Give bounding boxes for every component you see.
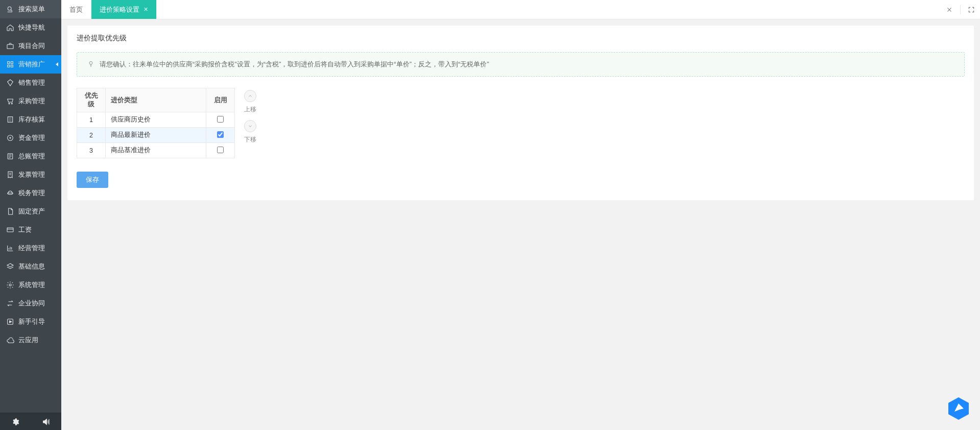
table-row[interactable]: 3商品基准进价 xyxy=(77,143,235,158)
ledger-icon xyxy=(6,152,14,160)
cell-priority: 1 xyxy=(77,112,106,128)
exchange-icon xyxy=(6,299,14,307)
cart-icon xyxy=(6,97,14,105)
sidebar-item-0[interactable]: 搜索菜单 xyxy=(0,0,61,18)
chart-icon xyxy=(6,244,14,252)
sidebar-item-13[interactable]: 经营管理 xyxy=(0,239,61,257)
sidebar-item-10[interactable]: 税务管理 xyxy=(0,184,61,202)
cell-priority: 2 xyxy=(77,128,106,143)
sidebar-item-9[interactable]: 发票管理 xyxy=(0,165,61,184)
cloud-icon xyxy=(6,336,14,344)
cell-type: 商品最新进价 xyxy=(106,128,206,143)
cell-enabled xyxy=(206,143,235,158)
info-tip: 请您确认：往来单位中的供应商“采购报价含税”设置，为“含税”，取到进价后将自动带… xyxy=(77,52,965,77)
sidebar-item-2[interactable]: 项目合同 xyxy=(0,37,61,55)
sidebar-item-label: 系统管理 xyxy=(18,280,45,290)
table-zone: 优先级 进价类型 启用 1供应商历史价2商品最新进价3商品基准进价 上移 xyxy=(77,88,965,158)
sidebar-item-label: 企业协同 xyxy=(18,299,45,308)
table-row[interactable]: 1供应商历史价 xyxy=(77,112,235,128)
sidebar-item-18[interactable]: 云应用 xyxy=(0,331,61,349)
close-tab-button[interactable] xyxy=(944,4,955,15)
sidebar-item-4[interactable]: 销售管理 xyxy=(0,74,61,92)
sidebar-item-8[interactable]: 总账管理 xyxy=(0,147,61,165)
separator xyxy=(960,5,961,14)
col-type: 进价类型 xyxy=(106,88,206,112)
move-down-button[interactable] xyxy=(244,120,256,132)
sidebar-item-label: 基础信息 xyxy=(18,262,45,271)
svg-rect-3 xyxy=(11,62,13,64)
sidebar: 搜索菜单快捷导航项目合同营销推广销售管理采购管理库存核算资金管理总账管理发票管理… xyxy=(0,0,61,430)
col-enabled: 启用 xyxy=(206,88,235,112)
sidebar-item-14[interactable]: 基础信息 xyxy=(0,257,61,276)
tab-0[interactable]: 首页 xyxy=(61,0,91,19)
sidebar-item-label: 新手引导 xyxy=(18,317,45,326)
sidebar-item-label: 销售管理 xyxy=(18,78,45,87)
main: 首页进价策略设置✕ 进价提取优先级 请您确认：往来单位中的供应商“采购报价含税”… xyxy=(61,0,980,430)
sidebar-item-16[interactable]: 企业协同 xyxy=(0,294,61,313)
grid-icon xyxy=(6,60,14,68)
content-scroll[interactable]: 进价提取优先级 请您确认：往来单位中的供应商“采购报价含税”设置，为“含税”，取… xyxy=(61,19,980,430)
svg-rect-2 xyxy=(8,62,10,64)
sidebar-item-15[interactable]: 系统管理 xyxy=(0,276,61,294)
svg-rect-1 xyxy=(7,44,13,49)
sidebar-item-3[interactable]: 营销推广 xyxy=(0,55,61,74)
cell-type: 供应商历史价 xyxy=(106,112,206,128)
svg-rect-5 xyxy=(11,65,13,67)
close-icon[interactable]: ✕ xyxy=(144,6,148,13)
tabbar-actions xyxy=(944,0,977,19)
sidebar-item-1[interactable]: 快捷导航 xyxy=(0,18,61,37)
sidebar-item-label: 营销推广 xyxy=(18,60,45,69)
sidebar-footer xyxy=(0,413,61,430)
sidebar-item-5[interactable]: 采购管理 xyxy=(0,92,61,110)
cell-enabled xyxy=(206,112,235,128)
fullscreen-button[interactable] xyxy=(966,4,977,15)
diamond-icon xyxy=(6,79,14,87)
coin-icon xyxy=(6,134,14,142)
tab-1[interactable]: 进价策略设置✕ xyxy=(91,0,157,19)
svg-point-7 xyxy=(11,103,12,104)
home-icon xyxy=(6,23,14,32)
file-icon xyxy=(6,207,14,216)
sidebar-item-label: 经营管理 xyxy=(18,244,45,253)
sidebar-item-label: 工资 xyxy=(18,225,32,234)
cell-enabled xyxy=(206,128,235,143)
reorder-controls: 上移 下移 xyxy=(244,88,256,147)
table-row[interactable]: 2商品最新进价 xyxy=(77,128,235,143)
svg-point-14 xyxy=(89,61,92,64)
sidebar-item-6[interactable]: 库存核算 xyxy=(0,110,61,129)
sidebar-item-12[interactable]: 工资 xyxy=(0,221,61,239)
cell-type: 商品基准进价 xyxy=(106,143,206,158)
layers-icon xyxy=(6,262,14,271)
sidebar-item-label: 税务管理 xyxy=(18,188,45,198)
sidebar-item-17[interactable]: 新手引导 xyxy=(0,313,61,331)
receipt-icon xyxy=(6,171,14,179)
move-up-button[interactable] xyxy=(244,90,256,102)
sidebar-item-label: 库存核算 xyxy=(18,115,45,124)
search-doc-icon xyxy=(6,5,14,13)
assistant-badge[interactable] xyxy=(946,396,971,421)
content-panel: 进价提取优先级 请您确认：往来单位中的供应商“采购报价含税”设置，为“含税”，取… xyxy=(67,26,974,200)
sidebar-item-label: 项目合同 xyxy=(18,41,45,51)
settings-button[interactable] xyxy=(10,417,20,427)
priority-table: 优先级 进价类型 启用 1供应商历史价2商品最新进价3商品基准进价 xyxy=(77,88,235,158)
sidebar-item-label: 采购管理 xyxy=(18,97,45,106)
enabled-checkbox[interactable] xyxy=(217,131,224,138)
tip-text: 请您确认：往来单位中的供应商“采购报价含税”设置，为“含税”，取到进价后将自动带… xyxy=(100,60,489,69)
enabled-checkbox[interactable] xyxy=(217,116,224,123)
sidebar-item-label: 总账管理 xyxy=(18,152,45,161)
building-icon xyxy=(6,115,14,124)
svg-point-0 xyxy=(8,7,11,10)
enabled-checkbox[interactable] xyxy=(217,147,224,153)
svg-rect-11 xyxy=(7,228,13,232)
card-icon xyxy=(6,226,14,234)
col-priority: 优先级 xyxy=(77,88,106,112)
sidebar-item-11[interactable]: 固定资产 xyxy=(0,202,61,221)
tab-bar: 首页进价策略设置✕ xyxy=(61,0,980,19)
svg-rect-4 xyxy=(8,65,10,67)
sidebar-menu: 搜索菜单快捷导航项目合同营销推广销售管理采购管理库存核算资金管理总账管理发票管理… xyxy=(0,0,61,413)
volume-button[interactable] xyxy=(41,417,51,427)
save-button[interactable]: 保存 xyxy=(77,172,108,188)
sidebar-item-7[interactable]: 资金管理 xyxy=(0,129,61,147)
svg-point-12 xyxy=(9,284,11,286)
sidebar-item-label: 资金管理 xyxy=(18,133,45,142)
